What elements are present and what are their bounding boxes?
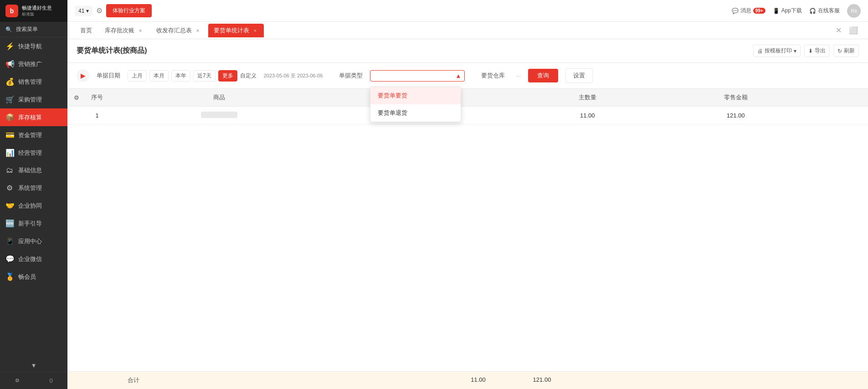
row-amount: 121.00: [655, 107, 817, 124]
tab-inventory-batch[interactable]: 库存批次账 ×: [99, 24, 149, 37]
date-btn-more[interactable]: 更多: [218, 70, 237, 82]
sidebar-settings-btn[interactable]: ⚙: [11, 376, 23, 385]
row-quantity: 11.00: [520, 107, 655, 124]
type-filter-chevron-up[interactable]: ▲: [455, 72, 461, 79]
sidebar-item-system[interactable]: ⚙ 系统管理: [0, 179, 67, 197]
topbar-settings-icon[interactable]: ⚙: [96, 6, 103, 15]
sidebar-item-membership[interactable]: 🏅 畅会员: [0, 268, 67, 286]
table-settings-icon: ⚙: [74, 94, 79, 101]
refresh-icon: ↻: [837, 48, 842, 54]
dropdown-item-order-return[interactable]: 要货单退货: [370, 104, 461, 122]
date-filter-label: 单据日期: [97, 72, 120, 80]
query-btn[interactable]: 查询: [528, 69, 558, 82]
search-menu-label: 搜索菜单: [16, 26, 38, 33]
export-btn[interactable]: ⬇ 导出: [804, 45, 830, 57]
sidebar-scroll-down[interactable]: ▼: [0, 360, 67, 371]
row-no: 1: [86, 107, 108, 124]
type-filter-label: 单据类型: [339, 72, 363, 80]
tab-home-label: 首页: [80, 26, 92, 35]
warehouse-dots-btn[interactable]: ···: [516, 72, 521, 79]
col-header-settings[interactable]: ⚙: [67, 89, 86, 107]
collapse-icon: ⟨⟩: [49, 378, 53, 384]
type-filter-wrap: ▲ 要货单要货 要货单退货: [370, 70, 465, 82]
date-btn-last-month[interactable]: 上月: [128, 70, 147, 82]
table-footer: 合计 11.00 121.00: [67, 371, 868, 389]
footer-no: [100, 376, 118, 384]
store-dropdown-icon: ▾: [86, 8, 89, 14]
sidebar-bottom: ⚙ ⟨⟩: [0, 372, 67, 389]
tab-home[interactable]: 首页: [75, 24, 98, 37]
sidebar-item-inventory[interactable]: 📦 库存核算: [0, 108, 67, 126]
tab-receivables-close[interactable]: ×: [195, 27, 201, 34]
industry-btn[interactable]: 体验行业方案: [106, 4, 152, 17]
sidebar-collapse-btn[interactable]: ⟨⟩: [46, 376, 56, 385]
col-header-no: 序号: [86, 89, 108, 107]
tab-inventory-batch-label: 库存批次账: [105, 26, 134, 35]
sidebar-item-corp-wechat[interactable]: 💬 企业微信: [0, 250, 67, 268]
sidebar-item-label: 销售管理: [18, 78, 42, 86]
sidebar-item-basic-info[interactable]: 🗂 基础信息: [0, 162, 67, 179]
tab-inventory-batch-close[interactable]: ×: [137, 27, 144, 34]
printer-icon: 🖨: [757, 48, 763, 54]
date-btn-this-month[interactable]: 本月: [149, 70, 169, 82]
date-quick-btns: 上月 本月 本年 近7天 更多 自定义: [128, 70, 257, 82]
membership-icon: 🏅: [5, 272, 14, 281]
col-header-quantity: 主数量: [520, 89, 655, 107]
user-avatar[interactable]: Rit: [847, 4, 861, 18]
sidebar-item-enterprise[interactable]: 🤝 企业协同: [0, 197, 67, 215]
finance-icon: 💳: [5, 131, 14, 139]
sidebar-item-label: 企业协同: [18, 202, 42, 210]
basic-info-icon: 🗂: [5, 166, 14, 174]
footer-amount: 121.00: [515, 376, 570, 384]
settings-icon: ⚙: [15, 378, 20, 384]
main-area: 41 ▾ ⚙ 体验行业方案 💬 消息 99+ 📱 App下载 🎧 在线客服 Ri…: [67, 0, 868, 389]
app-download-btn[interactable]: 📱 App下载: [773, 7, 802, 15]
store-selector[interactable]: 41 ▾: [75, 6, 92, 16]
date-custom-btn[interactable]: 自定义: [240, 72, 257, 80]
search-menu-item[interactable]: 🔍 搜索菜单: [0, 22, 67, 37]
export-icon: ⬇: [808, 48, 813, 54]
filter-area: ▶ 单据日期 上月 本月 本年 近7天 更多 自定义 2023-05-06 至 …: [67, 63, 868, 89]
sidebar-item-app-center[interactable]: 📱 应用中心: [0, 232, 67, 250]
date-btn-last-7days[interactable]: 近7天: [193, 70, 216, 82]
data-table: ⚙ 序号 商品 主计量单位 主数量 零售金额 1: [67, 89, 868, 124]
print-btn[interactable]: 🖨 按模板打印 ▾: [753, 45, 801, 57]
type-filter-input[interactable]: [370, 70, 465, 82]
sidebar-item-guide[interactable]: 🆕 新手引导: [0, 215, 67, 232]
table-row: 1 块 11.00 121.00: [67, 107, 868, 124]
user-avatar-text: Rit: [851, 8, 857, 14]
filter-settings-btn[interactable]: 设置: [565, 68, 593, 83]
app-download-label: App下载: [781, 7, 802, 15]
corp-wechat-icon: 💬: [5, 255, 14, 263]
tab-order-stats[interactable]: 要货单统计表 ×: [208, 24, 264, 37]
sidebar-item-label: 经营管理: [18, 149, 42, 157]
refresh-btn[interactable]: ↻ 刷新: [833, 45, 859, 57]
footer-label: 合计: [128, 376, 139, 384]
system-icon: ⚙: [5, 184, 14, 192]
store-name: 41: [78, 8, 84, 14]
table-header-row: ⚙ 序号 商品 主计量单位 主数量 零售金额: [67, 89, 868, 107]
tab-close-all-btn[interactable]: ✕: [833, 25, 844, 36]
col-header-product: 商品: [108, 89, 330, 107]
sidebar-item-operations[interactable]: 📊 经营管理: [0, 144, 67, 162]
row-settings: [67, 107, 86, 124]
dropdown-item-order-goods[interactable]: 要货单要货: [370, 87, 461, 104]
sidebar-item-sales[interactable]: 💰 销售管理: [0, 73, 67, 91]
headset-icon: 🎧: [809, 8, 816, 14]
sidebar-item-purchase[interactable]: 🛒 采购管理: [0, 91, 67, 108]
sidebar-item-quick-nav[interactable]: ⚡ 快捷导航: [0, 37, 67, 55]
online-service-btn[interactable]: 🎧 在线客服: [809, 7, 840, 15]
header-actions: 🖨 按模板打印 ▾ ⬇ 导出 ↻ 刷新: [753, 45, 859, 57]
tab-more-btn[interactable]: ⬜: [846, 25, 861, 36]
page-header: 要货单统计表(按商品) 🖨 按模板打印 ▾ ⬇ 导出 ↻ 刷新: [67, 39, 868, 63]
filter-toggle-btn[interactable]: ▶: [77, 69, 89, 82]
sidebar-item-finance[interactable]: 💳 资金管理: [0, 126, 67, 144]
footer-settings: [73, 376, 91, 384]
date-btn-this-year[interactable]: 本年: [171, 70, 190, 82]
tab-receivables[interactable]: 收发存汇总表 ×: [151, 24, 206, 37]
notification-btn[interactable]: 💬 消息 99+: [732, 7, 765, 15]
tabs-bar: 首页 库存批次账 × 收发存汇总表 × 要货单统计表 × ✕ ⬜: [67, 22, 868, 39]
tab-order-stats-close[interactable]: ×: [252, 27, 258, 34]
sidebar-item-marketing[interactable]: 📢 营销推广: [0, 55, 67, 73]
app-name: 畅捷通好生意: [22, 5, 52, 11]
